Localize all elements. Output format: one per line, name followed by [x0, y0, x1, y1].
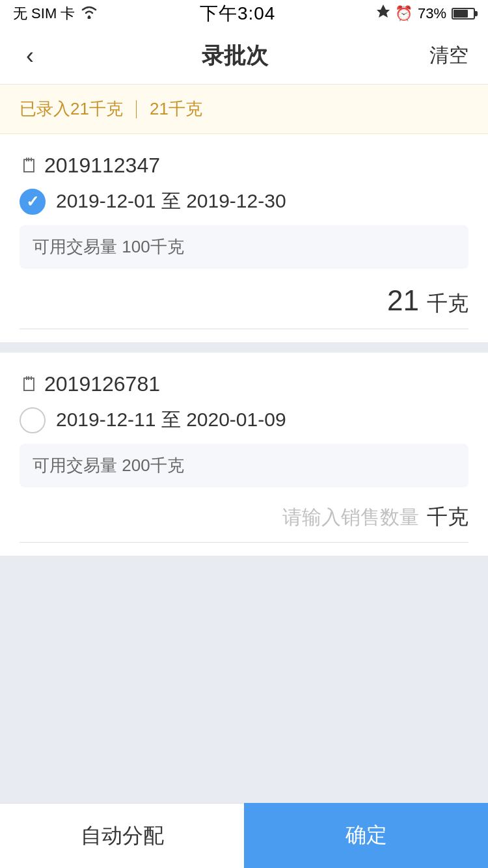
batch-1-quantity-value[interactable]: 21 [387, 284, 419, 317]
status-left: 无 SIM 卡 [13, 4, 98, 23]
batch-2-input-row[interactable]: 请输入销售数量 千克 [0, 487, 488, 542]
status-bar: 无 SIM 卡 下午3:04 ⏰ 73% [0, 0, 488, 27]
info-divider [136, 100, 137, 118]
batch-1-card: 🗒 2019112347 2019-12-01 至 2019-12-30 可用交… [0, 134, 488, 342]
recorded-value: 21千克 [150, 98, 202, 120]
location-icon [377, 5, 390, 23]
confirm-button[interactable]: 确定 [244, 803, 488, 868]
auto-distribute-button[interactable]: 自动分配 [0, 803, 244, 868]
section-divider-1 [0, 342, 488, 353]
batch-1-icon: 🗒 [20, 155, 39, 177]
batch-2-unit: 千克 [427, 503, 468, 532]
batch-2-icon: 🗒 [20, 373, 39, 396]
section-divider-2 [0, 556, 488, 566]
alarm-icon: ⏰ [395, 5, 413, 22]
batch-1-id-row: 🗒 2019112347 [20, 154, 468, 178]
batch-2-date: 2019-12-11 至 2020-01-09 [56, 407, 286, 433]
batch-1-date: 2019-12-01 至 2019-12-30 [56, 188, 286, 215]
batch-2-date-row[interactable]: 2019-12-11 至 2020-01-09 [20, 407, 468, 433]
page-title: 录批次 [202, 41, 268, 71]
sim-status: 无 SIM 卡 [13, 4, 75, 23]
batch-2-radio[interactable] [20, 407, 46, 433]
status-right: ⏰ 73% [377, 5, 475, 23]
batch-2-available: 可用交易量 200千克 [20, 444, 468, 487]
gray-area [0, 566, 488, 813]
batch-2-card: 🗒 2019126781 2019-12-11 至 2020-01-09 可用交… [0, 353, 488, 556]
batch-2-id: 2019126781 [44, 372, 160, 396]
back-button[interactable]: ‹ [20, 36, 40, 76]
batch-2-id-row: 🗒 2019126781 [20, 372, 468, 396]
info-banner: 已录入21千克 21千克 [0, 85, 488, 134]
batch-1-radio[interactable] [20, 189, 46, 215]
batch-1-date-row[interactable]: 2019-12-01 至 2019-12-30 [20, 188, 468, 215]
batch-2-input-placeholder[interactable]: 请输入销售数量 [282, 504, 419, 531]
batch-1-quantity-row[interactable]: 21 千克 [0, 269, 488, 329]
svg-point-0 [88, 16, 91, 20]
battery-percent: 73% [418, 5, 446, 22]
wifi-icon [80, 5, 98, 23]
clear-button[interactable]: 清空 [429, 42, 468, 69]
recorded-label: 已录入21千克 [20, 98, 123, 120]
batch-1-available: 可用交易量 100千克 [20, 225, 468, 269]
batch-1-unit: 千克 [427, 290, 468, 318]
nav-bar: ‹ 录批次 清空 [0, 27, 488, 85]
status-time: 下午3:04 [200, 1, 276, 26]
battery-icon [452, 8, 475, 20]
bottom-bar: 自动分配 确定 [0, 803, 488, 868]
batch-1-id: 2019112347 [44, 154, 160, 178]
